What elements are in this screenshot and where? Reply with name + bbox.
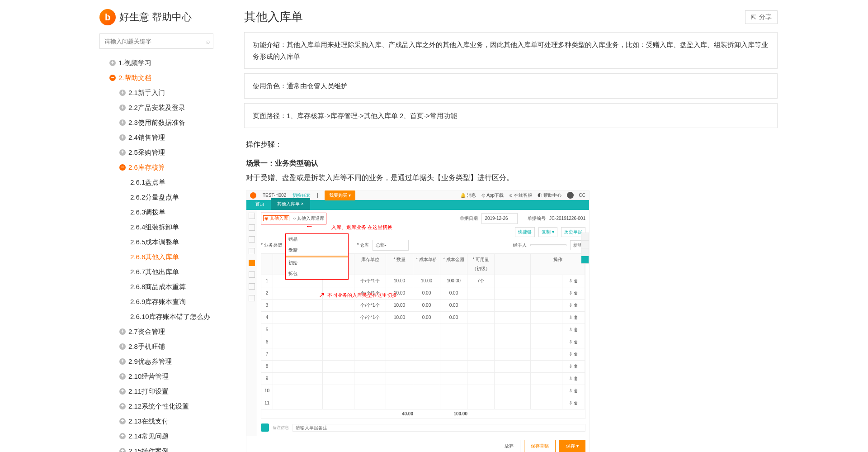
plus-icon[interactable] bbox=[119, 119, 126, 126]
tab-home[interactable]: 首页 bbox=[249, 198, 271, 210]
rail-icon[interactable] bbox=[249, 236, 255, 243]
sidebar-leaf[interactable]: 2.6.9库存账本查询 bbox=[129, 294, 213, 309]
side-tool[interactable] bbox=[581, 233, 589, 241]
minus-icon[interactable] bbox=[109, 75, 116, 81]
sidebar-item[interactable]: 2.5采购管理 bbox=[119, 145, 213, 160]
search-input[interactable] bbox=[99, 33, 213, 49]
save-draft-button[interactable]: 保存草稿 bbox=[524, 440, 556, 452]
cancel-button[interactable]: 放弃 bbox=[498, 440, 520, 452]
date-field[interactable]: 2019-12-26 bbox=[481, 213, 518, 224]
rail-icon[interactable] bbox=[249, 283, 255, 290]
col-header bbox=[261, 254, 273, 275]
toolbar-hotkey[interactable]: 快捷键 bbox=[515, 227, 535, 237]
radio-in[interactable]: ◉ 其他入库 bbox=[263, 215, 289, 221]
sidebar-item[interactable]: 2.11打印设置 bbox=[119, 384, 213, 399]
dd-opt[interactable]: 赠品 bbox=[286, 234, 348, 245]
plus-icon[interactable] bbox=[119, 388, 126, 395]
sidebar-item-label: 2.8手机旺铺 bbox=[128, 339, 165, 354]
avatar[interactable] bbox=[567, 192, 574, 199]
dd-opt[interactable]: 受赠 bbox=[286, 245, 348, 256]
sidebar-leaf[interactable]: 2.6.6其他入库单 bbox=[129, 249, 213, 264]
rail-icon[interactable] bbox=[249, 248, 255, 254]
sidebar-item[interactable]: 2.2产品安装及登录 bbox=[119, 100, 213, 115]
plus-icon[interactable] bbox=[119, 433, 126, 439]
side-tool[interactable] bbox=[581, 240, 589, 248]
sidebar-item[interactable]: 2.3使用前数据准备 bbox=[119, 115, 213, 130]
app-download[interactable]: ◎ App下载 bbox=[481, 191, 504, 200]
sidebar-item[interactable]: 2.1新手入门 bbox=[119, 85, 213, 100]
sidebar-leaf[interactable]: 2.6.3调拨单 bbox=[129, 205, 213, 219]
sidebar-leaf[interactable]: 2.6.1盘点单 bbox=[129, 175, 213, 190]
plus-icon[interactable] bbox=[119, 105, 126, 111]
dd-opt[interactable]: 拆包 bbox=[286, 268, 348, 279]
table-row-empty[interactable]: 11⇩ 🗑 bbox=[261, 397, 585, 409]
tab-doc[interactable]: 其他入库单 × bbox=[271, 198, 310, 210]
col-header: * 可用量（初级） bbox=[467, 254, 495, 275]
plus-icon[interactable] bbox=[119, 358, 126, 365]
table-row-empty[interactable]: 7⇩ 🗑 bbox=[261, 348, 585, 361]
sidebar-leaf[interactable]: 2.6.8商品成本重算 bbox=[129, 279, 213, 294]
sidebar-leaf[interactable]: 2.6.10库存账本错了怎么办 bbox=[129, 309, 213, 324]
sidebar-leaf[interactable]: 2.6.5成本调整单 bbox=[129, 234, 213, 249]
plus-icon[interactable] bbox=[119, 134, 126, 141]
toolbar-copy[interactable]: 复制 ▾ bbox=[538, 227, 557, 237]
sidebar-item[interactable]: 2.9优惠券管理 bbox=[119, 354, 213, 369]
rail-icon[interactable] bbox=[249, 271, 255, 278]
buy-button[interactable]: 我要购买 ▾ bbox=[325, 190, 355, 200]
sidebar-item[interactable]: 2.4销售管理 bbox=[119, 130, 213, 145]
table-row-empty[interactable]: 10⇩ 🗑 bbox=[261, 385, 585, 397]
table-row-empty[interactable]: 5⇩ 🗑 bbox=[261, 324, 585, 336]
plus-icon[interactable] bbox=[119, 403, 126, 409]
sidebar-item[interactable]: 1.视频学习 bbox=[109, 55, 213, 70]
sidebar-item[interactable]: 2.8手机旺铺 bbox=[119, 339, 213, 354]
handler-field[interactable] bbox=[530, 244, 566, 246]
plus-icon[interactable] bbox=[119, 90, 126, 96]
search-icon[interactable]: ⌕ bbox=[206, 38, 210, 45]
plus-icon[interactable] bbox=[109, 60, 116, 66]
sidebar-item[interactable]: 2.15操作案例 bbox=[119, 443, 213, 452]
table-row-empty[interactable]: 9⇩ 🗑 bbox=[261, 373, 585, 385]
sidebar-item[interactable]: 2.帮助文档 bbox=[109, 70, 213, 85]
minus-icon[interactable] bbox=[119, 164, 126, 171]
wh-field[interactable]: 总部- bbox=[373, 240, 409, 251]
sidebar-item[interactable]: 2.13在线支付 bbox=[119, 414, 213, 428]
remark-input[interactable] bbox=[292, 424, 585, 432]
sidebar-item[interactable]: 2.12系统个性化设置 bbox=[119, 399, 213, 414]
plus-icon[interactable] bbox=[119, 343, 126, 350]
table-row[interactable]: 4个/个*1个10.000.000.00⇩ 🗑 bbox=[261, 312, 585, 324]
side-tool[interactable] bbox=[581, 248, 589, 256]
rail-icon[interactable] bbox=[249, 295, 255, 301]
table-row[interactable]: 3个/个*1个10.000.000.00⇩ 🗑 bbox=[261, 300, 585, 312]
date-label: 单据日期 bbox=[460, 214, 478, 223]
sidebar-leaf[interactable]: 2.6.2分量盘点单 bbox=[129, 190, 213, 205]
plus-icon[interactable] bbox=[119, 149, 126, 156]
rail-icon-active[interactable] bbox=[249, 260, 255, 266]
share-button[interactable]: ⇱ 分享 bbox=[745, 10, 778, 24]
plus-icon[interactable] bbox=[119, 373, 126, 380]
col-header: * 数量 bbox=[386, 254, 413, 275]
plus-icon[interactable] bbox=[119, 418, 126, 424]
table-row-empty[interactable]: 6⇩ 🗑 bbox=[261, 336, 585, 348]
msg-icon[interactable]: 🔔 消息 bbox=[460, 191, 476, 200]
sidebar-item[interactable]: 2.7资金管理 bbox=[119, 324, 213, 339]
sidebar-item[interactable]: 2.6库存核算 bbox=[119, 160, 213, 175]
biztype-dropdown[interactable]: 赠品 受赠 初始 拆包 bbox=[285, 233, 349, 280]
rail-icon[interactable] bbox=[249, 224, 255, 231]
sidebar-leaf[interactable]: 2.6.7其他出库单 bbox=[129, 264, 213, 279]
col-header bbox=[495, 254, 531, 275]
side-tool-active[interactable] bbox=[581, 256, 589, 264]
sidebar-item-label: 1.视频学习 bbox=[118, 55, 151, 70]
save-button[interactable]: 保存 ▾ bbox=[559, 440, 585, 452]
dd-opt[interactable]: 初始 bbox=[286, 257, 348, 268]
table-row-empty[interactable]: 8⇩ 🗑 bbox=[261, 361, 585, 373]
sidebar-item[interactable]: 2.10经营管理 bbox=[119, 369, 213, 384]
online-service[interactable]: ⊙ 在线客服 bbox=[509, 191, 532, 200]
logo[interactable]: b 好生意 帮助中心 bbox=[99, 9, 213, 25]
rail-icon[interactable] bbox=[249, 213, 255, 219]
plus-icon[interactable] bbox=[119, 448, 126, 452]
plus-icon[interactable] bbox=[119, 328, 126, 335]
help-center[interactable]: ◐ 帮助中心 bbox=[538, 191, 561, 200]
sidebar-item[interactable]: 2.14常见问题 bbox=[119, 428, 213, 443]
sidebar-leaf[interactable]: 2.6.4组装拆卸单 bbox=[129, 219, 213, 234]
table-row[interactable]: 2个/个*1个10.000.000.00⇩ 🗑 bbox=[261, 287, 585, 300]
